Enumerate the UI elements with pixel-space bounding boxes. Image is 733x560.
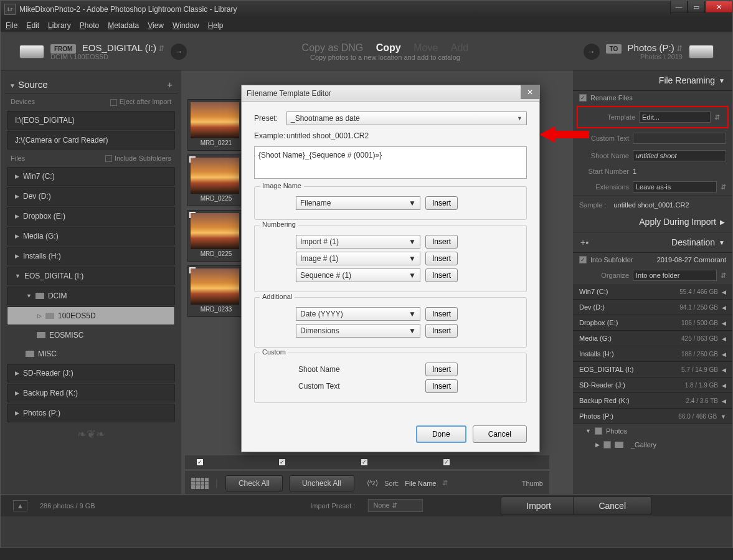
date-dropdown[interactable]: Date (YYYY)▼	[296, 307, 420, 321]
uncheck-all-button[interactable]: Uncheck All	[289, 475, 354, 491]
dialog-close-button[interactable]: ✕	[521, 85, 539, 99]
drive-item[interactable]: ▶Dev (D:)	[7, 187, 175, 206]
col-checkbox[interactable]: ✓	[361, 458, 368, 466]
dest-drive[interactable]: Win7 (C:)55.4 / 466 GB◀	[573, 284, 732, 300]
drive-item[interactable]: ▶SD-Reader (J:)	[7, 364, 175, 382]
menu-file[interactable]: File	[6, 21, 17, 30]
col-checkbox[interactable]: ✓	[443, 458, 450, 466]
folder-item[interactable]: EOSMISC	[7, 326, 175, 344]
menu-view[interactable]: View	[148, 21, 164, 30]
eject-checkbox[interactable]	[110, 99, 117, 106]
folder-item-selected[interactable]: ▷100EOS5D	[7, 306, 175, 325]
dest-drive[interactable]: Installs (H:)188 / 250 GB◀	[573, 346, 732, 362]
dest-drive[interactable]: Photos (P:)66.0 / 466 GB▼	[573, 409, 732, 424]
insert-button[interactable]: Insert	[425, 324, 458, 338]
sort-dropdown[interactable]: File Name	[405, 480, 436, 487]
menu-photo[interactable]: Photo	[80, 21, 99, 30]
preset-dropdown[interactable]: _Shootname as date▼	[286, 112, 527, 125]
insert-button[interactable]: Insert	[425, 252, 458, 265]
subfolder-name[interactable]: 2019-08-27 Cormorant	[657, 256, 726, 263]
custom-text-input[interactable]	[633, 133, 726, 144]
dest-drive[interactable]: SD-Reader (J:)1.8 / 1.9 GB◀	[573, 377, 732, 393]
col-checkbox[interactable]: ✓	[196, 458, 204, 466]
folder-checkbox[interactable]	[595, 427, 602, 435]
folder-checkbox[interactable]	[603, 441, 611, 448]
shoot-name-input[interactable]: untitled shoot	[633, 150, 726, 161]
dimensions-dropdown[interactable]: Dimensions▼	[296, 324, 420, 338]
arrow-right-icon[interactable]: →	[584, 44, 600, 60]
drive-item[interactable]: ▶Photos (P:)	[7, 404, 175, 422]
start-number[interactable]: 1	[633, 168, 636, 175]
col-checkbox[interactable]: ✓	[278, 458, 286, 466]
apply-during-import-title[interactable]: Apply During Import	[639, 217, 716, 227]
insert-button[interactable]: Insert	[425, 363, 458, 376]
gallery-folder[interactable]: _Gallery	[631, 441, 656, 448]
folder-item[interactable]: MISC	[7, 345, 175, 363]
sequence-num-dropdown[interactable]: Sequence # (1)▼	[296, 268, 420, 282]
done-button[interactable]: Done	[416, 425, 466, 443]
folder-item[interactable]: ▼DCIM	[7, 287, 175, 305]
file-renaming-title[interactable]: File Renaming	[659, 75, 715, 85]
insert-button[interactable]: Insert	[425, 268, 458, 282]
device-item[interactable]: J:\(Camera or Card Reader)	[7, 131, 175, 149]
rename-files-checkbox[interactable]: ✓	[579, 94, 587, 102]
import-button[interactable]: Import	[501, 496, 577, 515]
thumbnail[interactable]: MRD_0221	[187, 99, 245, 151]
drive-item[interactable]: ▶Dropbox (E:)	[7, 207, 175, 225]
arrow-right-icon[interactable]: →	[171, 44, 187, 60]
template-dropdown[interactable]: Edit...	[639, 112, 711, 123]
drive-item[interactable]: ▶Media (G:)	[7, 227, 175, 245]
thumbnail[interactable]: MRD_0225	[187, 210, 245, 262]
thumbnail[interactable]: MRD_0225	[187, 154, 245, 206]
drive-item[interactable]: ▶Installs (H:)	[7, 247, 175, 265]
menu-edit[interactable]: Edit	[26, 21, 39, 30]
maximize-button[interactable]: ▭	[688, 1, 705, 13]
drive-item[interactable]: ▶Backup Red (K:)	[7, 384, 175, 402]
to-device[interactable]: Photos (P:)	[628, 42, 674, 53]
into-subfolder-checkbox[interactable]: ✓	[579, 256, 587, 263]
filename-dropdown[interactable]: Filename▼	[296, 196, 420, 210]
thumbnail[interactable]: MRD_0233	[187, 265, 245, 317]
insert-button[interactable]: Insert	[425, 196, 458, 210]
template-textarea[interactable]: {Shoot Name}_{Sequence # (0001)»}	[254, 146, 527, 179]
minimize-button[interactable]: —	[670, 1, 688, 13]
source-title[interactable]: Source	[18, 79, 48, 90]
op-copy-dng[interactable]: Copy as DNG	[302, 42, 364, 53]
menu-window[interactable]: Window	[173, 21, 199, 30]
menu-metadata[interactable]: Metadata	[108, 21, 139, 30]
drive-item[interactable]: ▼EOS_DIGITAL (I:)	[7, 267, 175, 285]
insert-button[interactable]: Insert	[425, 307, 458, 321]
insert-button[interactable]: Insert	[425, 235, 458, 249]
custom-text-label: Custom Text	[579, 135, 629, 142]
dest-drive[interactable]: Backup Red (K:)2.4 / 3.6 TB◀	[573, 393, 732, 409]
menu-help[interactable]: Help	[208, 21, 224, 30]
dest-drive[interactable]: EOS_DIGITAL (I:)5.7 / 14.9 GB◀	[573, 362, 732, 377]
close-button[interactable]: ✕	[705, 1, 732, 13]
dest-drive[interactable]: Media (G:)425 / 863 GB◀	[573, 331, 732, 346]
grid-view-icon[interactable]	[191, 478, 209, 489]
op-copy[interactable]: Copy	[376, 42, 401, 53]
cancel-button[interactable]: Cancel	[573, 496, 651, 515]
menu-library[interactable]: Library	[48, 21, 71, 30]
import-num-dropdown[interactable]: Import # (1)▼	[296, 235, 420, 249]
dest-drive[interactable]: Dev (D:)94.1 / 250 GB◀	[573, 300, 732, 315]
check-all-button[interactable]: Check All	[225, 475, 283, 491]
photos-folder[interactable]: Photos	[606, 427, 627, 435]
sort-icon[interactable]: ⟨ᴬz⟩	[367, 479, 379, 487]
dest-drive[interactable]: Dropbox (E:)106 / 500 GB◀	[573, 315, 732, 331]
expand-icon[interactable]: ▲	[13, 500, 27, 511]
example-value: untitled shoot_0001.CR2	[286, 131, 369, 140]
destination-title[interactable]: Destination	[671, 237, 715, 247]
organize-dropdown[interactable]: Into one folder	[633, 270, 717, 281]
from-device[interactable]: EOS_DIGITAL (I:)	[82, 42, 156, 53]
drive-item[interactable]: ▶Win7 (C:)	[7, 167, 175, 186]
import-preset-dropdown[interactable]: None ⇵	[367, 499, 422, 512]
extensions-dropdown[interactable]: Leave as-is	[633, 181, 717, 192]
insert-button[interactable]: Insert	[425, 379, 458, 393]
image-num-dropdown[interactable]: Image # (1)▼	[296, 252, 420, 265]
cancel-button[interactable]: Cancel	[473, 425, 527, 443]
add-dest-icon[interactable]: +▪	[580, 237, 589, 247]
add-source-icon[interactable]: +	[167, 79, 173, 90]
device-item[interactable]: I:\(EOS_DIGITAL)	[7, 111, 175, 130]
subfolders-checkbox[interactable]	[105, 155, 112, 162]
